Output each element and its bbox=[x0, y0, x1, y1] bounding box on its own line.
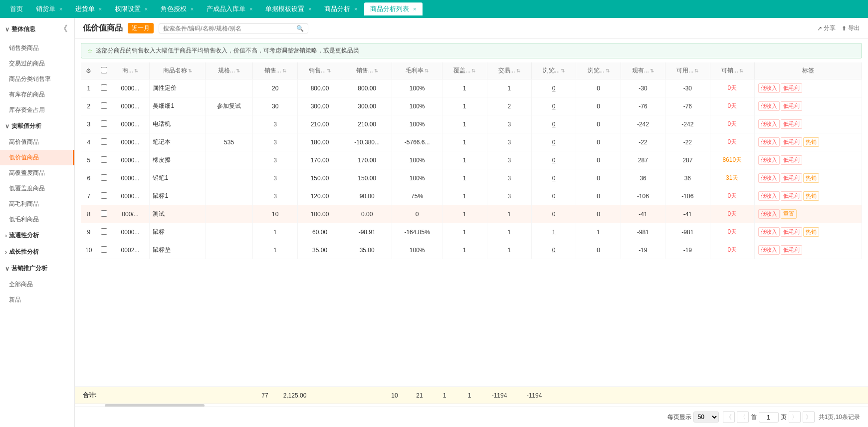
sidebar-item-low-value[interactable]: 低价值商品 bbox=[0, 150, 74, 165]
th-name[interactable]: 商品名称⇅ bbox=[150, 62, 205, 79]
row-checkbox[interactable] bbox=[97, 241, 111, 259]
th-browse1[interactable]: 浏览...⇅ bbox=[531, 62, 576, 79]
sidebar-item-all-goods[interactable]: 全部商品 bbox=[0, 277, 74, 292]
row-name[interactable]: 鼠标1 bbox=[150, 187, 205, 205]
browse1-link[interactable]: 0 bbox=[552, 85, 556, 92]
row-browse1[interactable]: 0 bbox=[531, 97, 576, 115]
next-page-btn[interactable]: 〉 bbox=[789, 411, 801, 423]
row-check[interactable] bbox=[101, 246, 107, 253]
row-check[interactable] bbox=[101, 174, 107, 181]
row-checkbox[interactable] bbox=[97, 97, 111, 115]
sidebar-group-overall[interactable]: ∨ 整体信息 《 bbox=[0, 18, 74, 40]
export-btn[interactable]: ⬆ 导出 bbox=[842, 24, 860, 32]
row-browse1[interactable]: 0 bbox=[531, 151, 576, 169]
sidebar-group-contribution[interactable]: ∨ 贡献值分析 bbox=[0, 118, 74, 134]
row-checkbox[interactable] bbox=[97, 223, 111, 241]
select-all-checkbox[interactable] bbox=[101, 67, 107, 73]
browse1-link[interactable]: 0 bbox=[552, 211, 556, 218]
row-browse1[interactable]: 0 bbox=[531, 169, 576, 187]
sidebar-item-high-coverage[interactable]: 高覆盖度商品 bbox=[0, 165, 74, 181]
search-input[interactable] bbox=[163, 25, 296, 32]
row-name[interactable]: 测试 bbox=[150, 205, 205, 223]
browse1-link[interactable]: 0 bbox=[552, 121, 556, 128]
share-btn[interactable]: ↗ 分享 bbox=[817, 24, 836, 32]
sidebar-item-traded-goods[interactable]: 交易过的商品 bbox=[0, 56, 74, 71]
sidebar-group-marketing[interactable]: ∨ 营销推广分析 bbox=[0, 260, 74, 277]
th-trade[interactable]: 交易...⇅ bbox=[487, 62, 531, 79]
row-check[interactable] bbox=[101, 210, 107, 217]
row-name[interactable]: 鼠标 bbox=[150, 223, 205, 241]
nav-purchase[interactable]: 进货单 × bbox=[69, 2, 108, 15]
row-check[interactable] bbox=[101, 138, 107, 145]
row-browse1[interactable]: 0 bbox=[531, 205, 576, 223]
th-browse2[interactable]: 浏览...⇅ bbox=[576, 62, 621, 79]
row-checkbox[interactable] bbox=[97, 169, 111, 187]
th-saleable[interactable]: 可销...⇅ bbox=[710, 62, 754, 79]
row-name[interactable]: 鼠标垫 bbox=[150, 241, 205, 259]
th-spec[interactable]: 规格...⇅ bbox=[205, 62, 253, 79]
sidebar-group-growth[interactable]: › 成长性分析 bbox=[0, 244, 74, 260]
sidebar-collapse-btn[interactable]: 《 bbox=[57, 22, 69, 36]
per-page-select[interactable]: 50 100 bbox=[693, 412, 719, 423]
sidebar-item-high-value[interactable]: 高价值商品 bbox=[0, 134, 74, 150]
row-check[interactable] bbox=[101, 84, 107, 91]
nav-home[interactable]: 首页 bbox=[4, 2, 29, 15]
row-check[interactable] bbox=[101, 192, 107, 199]
row-name[interactable]: 吴细细1 bbox=[150, 97, 205, 115]
row-check[interactable] bbox=[101, 120, 107, 127]
row-browse1[interactable]: 0 bbox=[531, 79, 576, 97]
row-checkbox[interactable] bbox=[97, 133, 111, 151]
browse1-link[interactable]: 0 bbox=[552, 247, 556, 254]
nav-goods-analysis[interactable]: 商品分析 × bbox=[318, 2, 363, 15]
row-checkbox[interactable] bbox=[97, 205, 111, 223]
browse1-link[interactable]: 0 bbox=[552, 175, 556, 182]
row-check[interactable] bbox=[101, 156, 107, 163]
sidebar-item-new-goods[interactable]: 新品 bbox=[0, 292, 74, 308]
th-code[interactable]: 商...⇅ bbox=[111, 62, 150, 79]
page-input[interactable] bbox=[759, 412, 779, 423]
sidebar-item-high-margin[interactable]: 高毛利商品 bbox=[0, 196, 74, 212]
sidebar-item-capital[interactable]: 库存资金占用 bbox=[0, 102, 74, 118]
sidebar-item-low-margin[interactable]: 低毛利商品 bbox=[0, 212, 74, 227]
th-sale-qty[interactable]: 销售...⇅ bbox=[253, 62, 297, 79]
browse1-link[interactable]: 0 bbox=[552, 193, 556, 200]
th-gear[interactable]: ⚙ bbox=[81, 62, 97, 79]
sidebar-item-category-rate[interactable]: 商品分类销售率 bbox=[0, 71, 74, 87]
row-name[interactable]: 橡皮擦 bbox=[150, 151, 205, 169]
table-wrapper[interactable]: ⚙ 商...⇅ 商品名称⇅ 规格...⇅ 销售...⇅ 销售...⇅ 销售...… bbox=[75, 62, 868, 387]
nav-sales[interactable]: 销货单 × bbox=[30, 2, 68, 15]
sidebar-group-flow[interactable]: › 流通性分析 bbox=[0, 227, 74, 244]
row-name[interactable]: 电话机 bbox=[150, 115, 205, 133]
nav-permission[interactable]: 权限设置 × bbox=[109, 2, 154, 15]
sidebar-item-stock-goods[interactable]: 有库存的商品 bbox=[0, 87, 74, 102]
browse1-link[interactable]: 0 bbox=[552, 157, 556, 164]
browse1-link[interactable]: 1 bbox=[552, 229, 556, 236]
row-checkbox[interactable] bbox=[97, 79, 111, 97]
row-name[interactable]: 属性定价 bbox=[150, 79, 205, 97]
date-tag-btn[interactable]: 近一月 bbox=[128, 23, 154, 33]
row-checkbox[interactable] bbox=[97, 187, 111, 205]
row-browse1[interactable]: 0 bbox=[531, 115, 576, 133]
browse1-link[interactable]: 0 bbox=[552, 139, 556, 146]
row-browse1[interactable]: 1 bbox=[531, 223, 576, 241]
nav-role[interactable]: 角色授权 × bbox=[155, 2, 200, 15]
nav-goods-list[interactable]: 商品分析列表 × bbox=[364, 2, 422, 15]
row-checkbox[interactable] bbox=[97, 151, 111, 169]
row-browse1[interactable]: 0 bbox=[531, 187, 576, 205]
sidebar-item-low-coverage[interactable]: 低覆盖度商品 bbox=[0, 181, 74, 196]
row-name[interactable]: 笔记本 bbox=[150, 133, 205, 151]
row-browse1[interactable]: 0 bbox=[531, 133, 576, 151]
sidebar-item-sales-goods[interactable]: 销售类商品 bbox=[0, 40, 74, 56]
th-coverage[interactable]: 覆盖...⇅ bbox=[442, 62, 487, 79]
th-stock[interactable]: 现有...⇅ bbox=[621, 62, 665, 79]
browse1-link[interactable]: 0 bbox=[552, 103, 556, 110]
last-page-btn[interactable]: 》 bbox=[803, 411, 815, 423]
prev-page-btn[interactable]: 〈 bbox=[737, 411, 749, 423]
row-check[interactable] bbox=[101, 102, 107, 109]
th-sale-profit[interactable]: 销售...⇅ bbox=[342, 62, 392, 79]
th-avail[interactable]: 可用...⇅ bbox=[665, 62, 710, 79]
nav-template[interactable]: 单据模板设置 × bbox=[259, 2, 317, 15]
search-icon[interactable]: 🔍 bbox=[296, 25, 304, 32]
row-name[interactable]: 铅笔1 bbox=[150, 169, 205, 187]
row-check[interactable] bbox=[101, 228, 107, 235]
